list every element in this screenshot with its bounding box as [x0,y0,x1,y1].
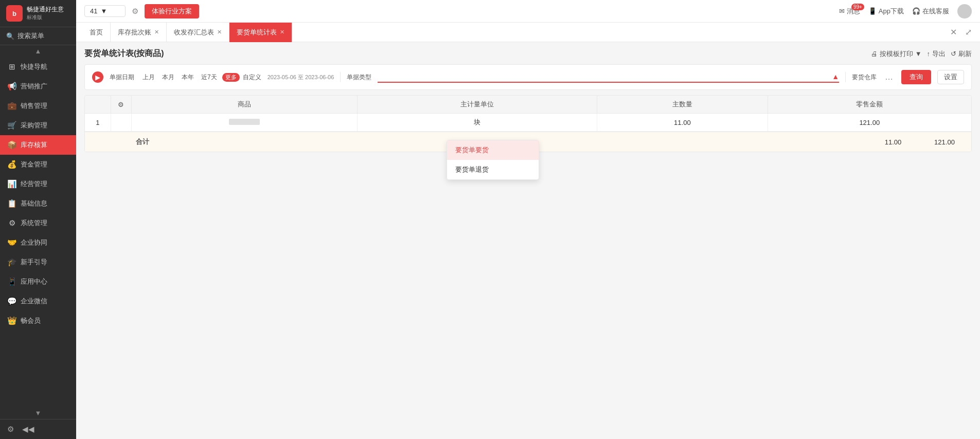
sidebar-scroll-down[interactable]: ▼ [0,407,76,419]
filter-settings-btn[interactable]: 设置 [937,70,964,84]
sidebar-item-inventory[interactable]: 📦 库存核算 [0,135,76,155]
topbar: 41 ▼ ⚙ 体验行业方案 ✉ 消息 99+ 📱 App下载 🎧 在线客服 [76,0,980,23]
sidebar-item-label: 营销推广 [21,82,47,91]
date-custom-btn[interactable]: 自定义 [243,73,261,82]
app-download-item[interactable]: 📱 App下载 [868,7,904,16]
tab-inventory-batch-close[interactable]: ✕ [154,29,159,35]
footer-quantity: 11.00 [872,138,914,146]
tab-order-summary[interactable]: 要货单统计表 ✕ [229,23,292,42]
sidebar-nav: ⊞ 快捷导航 📢 营销推广 💼 销售管理 🛒 采购管理 📦 库存核算 💰 资金管… [0,57,76,407]
tabbar-actions: ✕ ⤢ [948,27,974,37]
sidebar-item-label: 企业协同 [21,238,47,247]
sidebar-item-basic[interactable]: 📋 基础信息 [0,194,76,213]
sidebar-item-label: 基础信息 [21,199,47,208]
footer-total-label: 合计 [91,137,194,147]
shortcut-icon: ⊞ [7,62,16,71]
date-btn-7days[interactable]: 近7天 [199,72,219,83]
settings-gear-icon[interactable]: ⚙ [132,7,138,16]
store-selector[interactable]: 41 ▼ [84,5,126,17]
refresh-icon: ↺ [951,50,956,58]
sidebar-item-wechat[interactable]: 💬 企业微信 [0,291,76,311]
sidebar-item-member[interactable]: 👑 畅会员 [0,311,76,331]
export-btn[interactable]: ↑ 导出 [927,49,946,59]
sidebar-item-finance[interactable]: 💰 资金管理 [0,155,76,174]
collapse-icon[interactable]: ◀◀ [22,425,34,434]
filter-bar: ▶ 单据日期 上月 本月 本年 近7天 更多 自定义 2023-05-06 至 … [84,64,972,90]
sidebar-item-label: 系统管理 [21,218,47,228]
tab-inventory-batch[interactable]: 库存批次账 ✕ [111,23,167,42]
refresh-btn[interactable]: ↺ 刷新 [951,49,972,59]
tab-home[interactable]: 首页 [82,23,111,42]
sidebar-item-label: 资金管理 [21,160,47,169]
member-icon: 👑 [7,316,16,325]
sidebar-item-label: 销售管理 [21,101,47,111]
product-placeholder [229,119,260,125]
messages-item[interactable]: ✉ 消息 99+ [839,7,860,16]
th-settings[interactable]: ⚙ [111,96,131,114]
tab-receipt-summary-close[interactable]: ✕ [217,29,222,35]
search-label: 搜索菜单 [17,31,44,41]
online-service-item[interactable]: 🎧 在线客服 [912,7,949,16]
guide-icon: 🎓 [7,258,16,267]
tab-receipt-summary[interactable]: 收发存汇总表 ✕ [167,23,229,42]
data-table: ⚙ 商品 主计量单位 主数量 零售金额 1 [85,96,971,132]
tab-order-summary-close[interactable]: ✕ [280,29,284,35]
query-btn[interactable]: 查询 [901,70,931,84]
basic-icon: 📋 [7,199,16,208]
sidebar-item-enterprise[interactable]: 🤝 企业协同 [0,233,76,252]
phone-icon: 📱 [868,7,877,15]
logo-name: 畅捷通好生意 [27,6,64,14]
sidebar-item-system[interactable]: ⚙ 系统管理 [0,213,76,233]
date-btn-this-year[interactable]: 本年 [180,72,196,83]
dropdown-item-order-goods[interactable]: 要货单要货 [447,140,539,160]
trial-btn[interactable]: 体验行业方案 [145,4,199,19]
page-content: 要货单统计表(按商品) 🖨 按模板打印 ▼ ↑ 导出 ↺ 刷新 [76,42,980,439]
sales-icon: 💼 [7,101,16,111]
th-row-num [85,96,111,114]
filter-expand-btn[interactable]: ▶ [92,71,103,83]
sidebar-item-operations[interactable]: 📊 经营管理 [0,174,76,194]
cell-settings [111,114,131,132]
headset-icon: 🎧 [912,7,920,15]
warehouse-filter-dots[interactable]: … [883,72,895,82]
purchase-icon: 🛒 [7,121,16,130]
tab-order-summary-label: 要货单统计表 [237,28,277,37]
date-more-btn[interactable]: 更多 [222,73,240,82]
appstore-icon: 📱 [7,277,16,286]
topbar-right: ✉ 消息 99+ 📱 App下载 🎧 在线客服 [839,4,972,19]
export-label: 导出 [932,49,946,59]
sidebar-item-sales[interactable]: 💼 销售管理 [0,96,76,116]
sidebar-item-label: 企业微信 [21,297,47,306]
print-btn[interactable]: 🖨 按模板打印 ▼ [871,49,922,59]
cell-amount: 121.00 [768,114,971,132]
sidebar-item-shortcut[interactable]: ⊞ 快捷导航 [0,57,76,77]
settings-icon[interactable]: ⚙ [7,425,14,434]
print-icon: 🖨 [871,50,878,58]
close-all-tabs[interactable]: ✕ [948,27,959,37]
sidebar-item-label: 快捷导航 [21,62,47,71]
type-filter-input[interactable] [378,72,830,82]
enterprise-icon: 🤝 [7,238,16,247]
system-icon: ⚙ [7,218,16,228]
cell-row-num: 1 [85,114,111,132]
type-dropdown: 要货单要货 要货单退货 [447,140,539,180]
message-icon: ✉ [839,7,845,15]
sidebar-item-purchase[interactable]: 🛒 采购管理 [0,116,76,135]
tab-inventory-batch-label: 库存批次账 [118,28,151,37]
sidebar-item-guide[interactable]: 🎓 新手引导 [0,252,76,272]
print-chevron: ▼ [915,50,922,58]
user-avatar[interactable] [957,4,972,19]
date-btn-last-month[interactable]: 上月 [140,72,157,83]
sidebar-item-marketing[interactable]: 📢 营销推广 [0,77,76,96]
date-btn-this-month[interactable]: 本月 [160,72,176,83]
filter-divider-2 [845,72,846,82]
sidebar-item-label: 经营管理 [21,179,47,189]
tab-receipt-summary-label: 收发存汇总表 [174,28,214,37]
expand-tabs[interactable]: ⤢ [963,27,974,37]
dropdown-item-order-return[interactable]: 要货单退货 [447,160,539,179]
sidebar-search[interactable]: 🔍 搜索菜单 [0,27,76,45]
sidebar-scroll-up[interactable]: ▲ [0,45,76,57]
th-unit: 主计量单位 [358,96,597,114]
type-chevron-up-icon[interactable]: ▲ [832,72,839,81]
sidebar-item-appstore[interactable]: 📱 应用中心 [0,272,76,291]
